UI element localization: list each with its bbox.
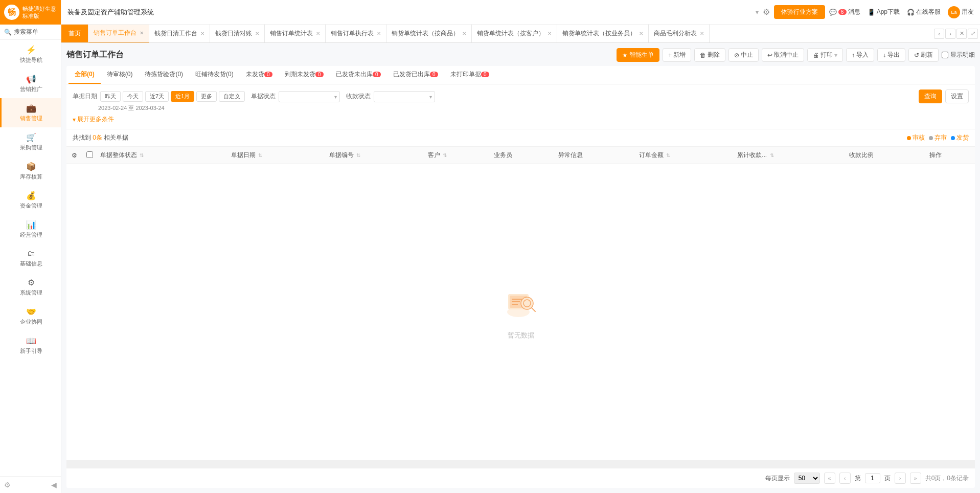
sub-tab-shipped-out[interactable]: 已发货已出库0	[387, 66, 444, 84]
sidebar-item-guide[interactable]: 📖 新手引导	[0, 331, 61, 360]
sidebar-search[interactable]: 🔍 搜索菜单	[0, 25, 61, 40]
th-received[interactable]: 累计收款... ⇅	[734, 147, 846, 164]
tab-cash-daily[interactable]: 钱货日清工作台 ✕	[149, 25, 210, 43]
date-7days-btn[interactable]: 近7天	[145, 91, 169, 102]
status-select[interactable]	[279, 91, 340, 102]
page-input[interactable]	[865, 473, 880, 483]
tab-sales-stat-label: 销售订单统计表	[270, 29, 313, 38]
refresh-button[interactable]: ↺ 刷新	[908, 48, 939, 62]
print-button[interactable]: 🖨 打印 ▾	[807, 48, 843, 62]
smart-create-button[interactable]: ★ 智能生单	[617, 48, 659, 62]
gear-icon[interactable]: ⚙	[763, 7, 770, 17]
industry-plan-button[interactable]: 体验行业方案	[774, 5, 825, 19]
sidebar-item-cooperation[interactable]: 🤝 企业协同	[0, 302, 61, 331]
sub-tab-shipped-not-out[interactable]: 已发货未出库0	[330, 66, 387, 84]
cancel-stop-button[interactable]: ↩ 取消中止	[762, 48, 804, 62]
th-settings[interactable]: ⚙	[66, 147, 82, 164]
payment-select[interactable]	[374, 91, 435, 102]
export-button[interactable]: ↓ 导出	[877, 48, 905, 62]
tab-sales-exec-close[interactable]: ✕	[377, 31, 381, 36]
add-button[interactable]: + 新增	[663, 48, 691, 62]
prev-page-button[interactable]: ‹	[839, 473, 851, 484]
tab-sales-stat[interactable]: 销售订单统计表 ✕	[265, 25, 326, 43]
app-download-item[interactable]: 📱 App下载	[868, 8, 900, 16]
sidebar-item-quick-nav[interactable]: ⚡ 快捷导航	[0, 40, 61, 69]
tab-gross-margin[interactable]: 商品毛利分析表 ✕	[649, 25, 710, 43]
th-amount[interactable]: 订单金额 ⇅	[636, 147, 735, 164]
tab-sales-exec[interactable]: 销售订单执行表 ✕	[326, 25, 386, 43]
th-customer[interactable]: 客户 ⇅	[425, 147, 491, 164]
settings-button[interactable]: 设置	[945, 89, 969, 103]
sub-tab-not-printed[interactable]: 未打印单据0	[444, 66, 495, 84]
tab-sales-summary-product[interactable]: 销货单统计表（按商品） ✕	[386, 25, 472, 43]
tab-sales-summary-product-close[interactable]: ✕	[462, 31, 466, 36]
select-all-checkbox[interactable]	[86, 151, 93, 158]
date-more-btn[interactable]: 更多	[196, 91, 217, 102]
tab-maximize-button[interactable]: ⤢	[968, 29, 978, 39]
stop-button[interactable]: ⊘ 中止	[728, 48, 759, 62]
tab-next-button[interactable]: ›	[945, 29, 955, 39]
user-menu[interactable]: Ea 用友	[948, 6, 974, 18]
sub-tab-all[interactable]: 全部(0)	[69, 66, 101, 84]
th-staff[interactable]: 业务员	[491, 147, 555, 164]
sidebar-item-purchase[interactable]: 🛒 采购管理	[0, 127, 61, 156]
sidebar-item-basic[interactable]: 🗂 基础信息	[0, 244, 61, 273]
tab-sales-stat-close[interactable]: ✕	[316, 31, 320, 36]
tab-prev-button[interactable]: ‹	[934, 29, 944, 39]
query-button[interactable]: 查询	[919, 89, 942, 103]
tab-sales-summary-staff[interactable]: 销货单统计表（按业务员） ✕	[557, 25, 649, 43]
show-detail-label[interactable]: 显示明细	[942, 51, 975, 59]
tab-cash-daily-close[interactable]: ✕	[200, 31, 204, 36]
delete-button[interactable]: 🗑 删除	[694, 48, 725, 62]
purchase-icon: 🛒	[26, 132, 36, 142]
online-service-item[interactable]: 🎧 在线客服	[907, 8, 941, 16]
import-button[interactable]: ↑ 导入	[846, 48, 874, 62]
th-number[interactable]: 单据编号 ⇅	[326, 147, 425, 164]
sub-tab-not-shipped[interactable]: 未发货0	[240, 66, 279, 84]
tab-sales-summary-staff-close[interactable]: ✕	[639, 31, 643, 36]
cancel-review-action-btn[interactable]: 弃审	[929, 133, 947, 142]
sidebar-item-operations[interactable]: 📊 经营管理	[0, 215, 61, 244]
sub-tab-pending-inspect[interactable]: 待拣货验货(0)	[139, 66, 189, 84]
review-action-btn[interactable]: 审核	[907, 133, 925, 142]
horizontal-scrollbar[interactable]	[66, 460, 975, 468]
date-custom-btn[interactable]: 自定义	[219, 91, 245, 102]
th-status[interactable]: 单据整体状态 ⇅	[97, 147, 228, 164]
date-yesterday-btn[interactable]: 昨天	[100, 91, 121, 102]
next-page-button[interactable]: ›	[895, 473, 906, 484]
date-today-btn[interactable]: 今天	[123, 91, 143, 102]
date-1month-btn[interactable]: 近1月	[171, 91, 194, 102]
th-checkbox[interactable]	[82, 147, 97, 164]
tab-home[interactable]: 首页	[61, 25, 88, 43]
tab-sales-order-close[interactable]: ✕	[140, 30, 144, 36]
sidebar-item-finance[interactable]: 💰 资金管理	[0, 186, 61, 215]
tab-cash-reconcile[interactable]: 钱货日清对账 ✕	[210, 25, 265, 43]
dropdown-arrow-icon[interactable]: ▾	[756, 9, 759, 16]
tab-close-all-button[interactable]: ✕	[956, 29, 967, 39]
tab-sales-summary-customer[interactable]: 销货单统计表（按客户） ✕	[472, 25, 557, 43]
show-detail-checkbox[interactable]	[942, 52, 948, 58]
sidebar-item-inventory[interactable]: 📦 库存核算	[0, 156, 61, 186]
sub-tab-overdue-not-shipped[interactable]: 到期未发货0	[279, 66, 330, 84]
sub-tab-pending-review[interactable]: 待审核(0)	[101, 66, 139, 84]
tab-sales-summary-customer-close[interactable]: ✕	[548, 31, 552, 36]
sub-tab-wang-pending[interactable]: 旺铺待发货(0)	[189, 66, 240, 84]
page-size-select[interactable]: 50 20 100	[794, 473, 820, 484]
page-label: 第	[855, 474, 861, 483]
sidebar-item-sales[interactable]: 💼 销售管理	[0, 98, 61, 127]
message-icon-item[interactable]: 💬 6 消息	[829, 8, 860, 16]
tab-cash-reconcile-close[interactable]: ✕	[255, 31, 259, 36]
expand-filter-btn[interactable]: ▾ 展开更多条件	[73, 112, 969, 124]
th-date[interactable]: 单据日期 ⇅	[228, 147, 327, 164]
ship-action-btn[interactable]: 发货	[951, 133, 969, 142]
tab-sales-order[interactable]: 销售订单工作台 ✕	[88, 25, 149, 43]
review-label: 审核	[913, 133, 925, 142]
sidebar-item-marketing[interactable]: 📢 营销推广	[0, 69, 61, 98]
first-page-button[interactable]: «	[824, 473, 835, 484]
svg-line-8	[532, 308, 535, 311]
last-page-button[interactable]: »	[910, 473, 921, 484]
sidebar-item-system[interactable]: ⚙ 系统管理	[0, 273, 61, 302]
tab-gross-margin-close[interactable]: ✕	[700, 31, 704, 36]
collapse-sidebar-icon[interactable]: ◀	[51, 481, 57, 489]
settings-gear-icon[interactable]: ⚙	[4, 481, 11, 489]
